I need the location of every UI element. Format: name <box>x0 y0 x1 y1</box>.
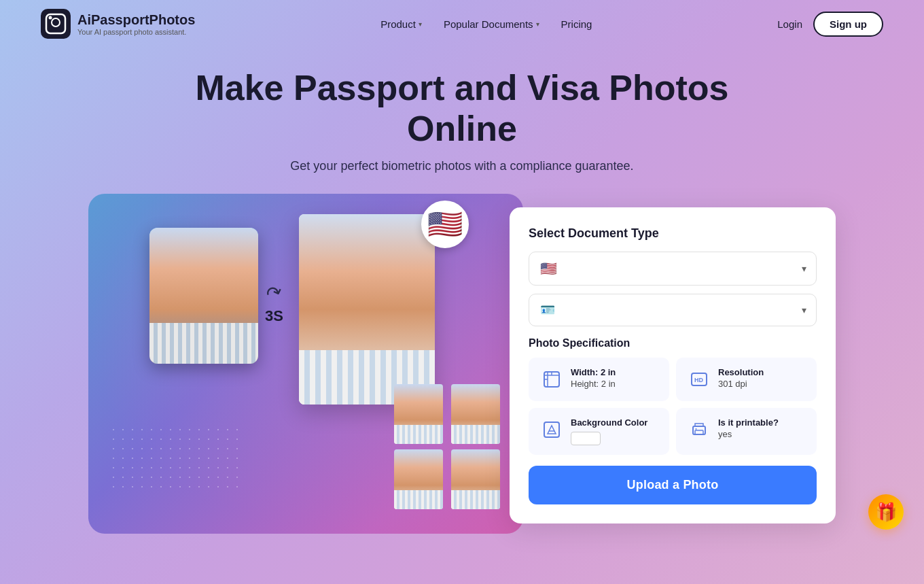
country-select-wrapper: 🇺🇸 ▾ <box>529 252 817 286</box>
print-icon <box>687 417 711 442</box>
signup-button[interactable]: Sign up <box>813 12 883 37</box>
small-photo-3 <box>394 449 443 509</box>
color-icon <box>539 417 564 442</box>
size-icon <box>539 367 564 392</box>
auth-buttons: Login Sign up <box>777 12 883 37</box>
form-panel: Select Document Type 🇺🇸 ▾ 🪪 ▾ Photo Spec… <box>510 207 836 523</box>
logo-name: AiPassportPhotos <box>77 12 195 28</box>
spec-grid: Width: 2 in Height: 2 in HD Resolution 3… <box>529 358 817 455</box>
form-section-title: Select Document Type <box>529 226 817 241</box>
photo-illustration: ↷ 3S 🇺🇸 <box>88 194 523 534</box>
login-button[interactable]: Login <box>777 18 802 30</box>
small-photo-2 <box>451 384 500 444</box>
chevron-down-icon: ▾ <box>802 305 806 315</box>
spec-text-printable: Is it printable? yes <box>718 417 779 439</box>
header: AiPassportPhotos Your AI passport photo … <box>0 0 924 48</box>
spec-card-bgcolor: Background Color <box>529 408 669 455</box>
gift-button[interactable]: 🎁 <box>868 494 904 530</box>
svg-rect-11 <box>544 422 559 437</box>
logo-tagline: Your AI passport photo assistant. <box>77 28 195 36</box>
hero-subtitle: Get your perfect biometric photos with a… <box>290 159 633 173</box>
doc-type-select[interactable]: 🪪 ▾ <box>529 294 817 326</box>
nav-product[interactable]: Product ▾ <box>380 18 422 30</box>
small-photos-grid <box>394 384 503 509</box>
small-photo-4 <box>451 449 500 509</box>
main-nav: Product ▾ Popular Documents ▾ Pricing <box>380 18 592 30</box>
spec-card-printable: Is it printable? yes <box>676 408 817 455</box>
chevron-down-icon: ▾ <box>536 20 539 28</box>
upload-photo-button[interactable]: Upload a Photo <box>529 466 817 504</box>
spec-printable-label: Is it printable? <box>718 417 779 428</box>
photo-spec-title: Photo Specification <box>529 337 817 349</box>
spec-resolution-value: 301 dpi <box>718 379 764 389</box>
spec-resolution-label: Resolution <box>718 367 764 377</box>
spec-text-bgcolor: Background Color <box>571 417 647 445</box>
main-content: ↷ 3S 🇺🇸 Select Document Type 🇺🇸 ▾ <box>0 194 924 534</box>
logo-icon <box>41 9 71 39</box>
spec-text-resolution: Resolution 301 dpi <box>718 367 764 389</box>
original-photo <box>149 228 258 364</box>
nav-popular-docs[interactable]: Popular Documents ▾ <box>444 18 539 30</box>
chevron-down-icon: ▾ <box>802 263 806 274</box>
svg-point-15 <box>696 428 697 430</box>
spec-printable-value: yes <box>718 429 779 439</box>
spec-card-resolution: HD Resolution 301 dpi <box>676 358 817 401</box>
big-passport-photo <box>299 214 435 405</box>
svg-text:HD: HD <box>694 377 703 383</box>
spec-text-size: Width: 2 in Height: 2 in <box>571 367 616 389</box>
logo[interactable]: AiPassportPhotos Your AI passport photo … <box>41 9 195 39</box>
svg-rect-0 <box>41 9 71 39</box>
resolution-icon: HD <box>687 367 711 392</box>
color-swatch[interactable] <box>571 432 601 445</box>
spec-width-label: Width: 2 in <box>571 367 616 377</box>
flag-emoji: 🇺🇸 <box>540 260 557 277</box>
nav-pricing[interactable]: Pricing <box>561 18 592 30</box>
arrow-3s-label: ↷ 3S <box>265 282 283 325</box>
dots-pattern <box>109 425 245 493</box>
spec-card-size: Width: 2 in Height: 2 in <box>529 358 669 401</box>
hero-section: Make Passport and Visa Photos Online Get… <box>0 48 924 173</box>
hero-title: Make Passport and Visa Photos Online <box>156 68 768 150</box>
small-photo-1 <box>394 384 443 444</box>
arrow-curve-icon: ↷ <box>263 280 285 307</box>
country-select[interactable]: 🇺🇸 ▾ <box>529 252 817 286</box>
doc-type-icon: 🪪 <box>540 303 555 317</box>
svg-point-3 <box>49 16 52 20</box>
spec-height-value: Height: 2 in <box>571 379 616 389</box>
flag-circle: 🇺🇸 <box>421 201 469 248</box>
doc-type-select-wrapper: 🪪 ▾ <box>529 294 817 326</box>
spec-bgcolor-label: Background Color <box>571 417 647 428</box>
chevron-down-icon: ▾ <box>419 20 422 28</box>
